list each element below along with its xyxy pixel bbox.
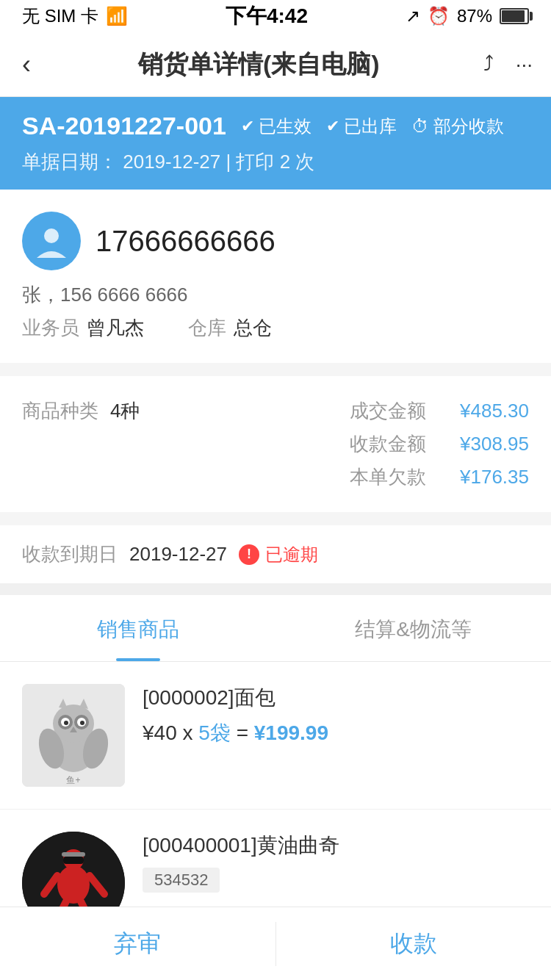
svg-text:鱼+: 鱼+: [66, 775, 80, 785]
overdue-text: 已逾期: [265, 543, 318, 566]
status-time: 下午4:42: [226, 2, 308, 30]
order-date-value: 2019-12-27: [123, 151, 220, 173]
svg-rect-18: [63, 857, 84, 864]
avatar: [22, 212, 81, 270]
more-button[interactable]: ···: [512, 49, 536, 80]
amount-label: 成交金额: [350, 398, 426, 424]
customer-meta: 业务员 曾凡杰 仓库 总仓: [22, 315, 529, 341]
tabs-separator: [0, 583, 551, 595]
customer-name: 张，156 6666 6666: [22, 282, 529, 308]
amount-row: 成交金额 ¥485.30: [350, 398, 529, 424]
received-value: ¥308.95: [441, 433, 529, 455]
due-date-value: 2019-12-27: [129, 543, 227, 566]
print-info: | 打印 2 次: [226, 151, 314, 173]
customer-section: 17666666666 张，156 6666 6666 业务员 曾凡杰 仓库 总…: [0, 190, 551, 363]
back-button[interactable]: ‹: [15, 42, 38, 87]
owing-label: 本单欠款: [350, 464, 426, 490]
battery-label: 87%: [457, 6, 492, 26]
product-total-1: ¥199.99: [254, 721, 328, 744]
product-item: 鱼+ [0000002]面包 ¥40 x 5袋 = ¥199.99: [0, 662, 551, 810]
owing-row: 本单欠款 ¥176.35: [350, 464, 529, 490]
salesperson-label: 业务员: [22, 315, 79, 341]
product-unit-price-1: ¥40: [143, 721, 177, 744]
svg-rect-24: [62, 852, 85, 857]
due-date-label: 收款到期日: [22, 541, 118, 567]
amount-summary: 成交金额 ¥485.30 收款金额 ¥308.95 本单欠款 ¥176.35: [350, 398, 529, 490]
carrier-label: 无 SIM 卡: [22, 4, 98, 28]
warehouse-info: 仓库 总仓: [188, 315, 272, 341]
nav-actions: ⤴ ···: [480, 49, 536, 80]
product-name-1: [0000002]面包: [143, 684, 529, 712]
bottom-bar: 弃审 收款: [0, 907, 551, 980]
type-count: 4种: [110, 398, 140, 424]
product-name-2: [000400001]黄油曲奇: [143, 832, 529, 860]
salesperson-info: 业务员 曾凡杰: [22, 315, 144, 341]
order-date: 单据日期： 2019-12-27 | 打印 2 次: [22, 149, 529, 175]
alarm-icon: ⏰: [428, 6, 450, 26]
status-partial: ⏱ 部分收款: [411, 115, 504, 138]
collect-button[interactable]: 收款: [276, 907, 552, 980]
tab-sales-products-label: 销售商品: [97, 618, 179, 641]
warehouse-name: 总仓: [234, 315, 272, 341]
svg-point-8: [64, 721, 68, 725]
check-icon-shipped: ✔: [326, 117, 339, 136]
customer-phone: 17666666666: [96, 225, 276, 258]
status-right: ↗ ⏰ 87%: [406, 6, 529, 26]
tab-settlement-label: 结算&物流等: [355, 618, 472, 641]
order-header: SA-20191227-001 ✔ 已生效 ✔ 已出库 ⏱ 部分收款 单据日期：…: [0, 97, 551, 190]
svg-point-9: [80, 721, 84, 725]
product-image-1: 鱼+: [22, 684, 125, 787]
status-bar: 无 SIM 卡 📶 下午4:42 ↗ ⏰ 87%: [0, 0, 551, 32]
amount-value: ¥485.30: [441, 400, 529, 422]
owing-value: ¥176.35: [441, 466, 529, 489]
page-title: 销货单详情(来自电脑): [38, 48, 480, 82]
location-icon: ↗: [406, 6, 420, 26]
product-sku-2: 534532: [143, 868, 220, 893]
status-left: 无 SIM 卡 📶: [22, 4, 128, 28]
svg-point-19: [57, 865, 90, 904]
date-label: 单据日期：: [22, 151, 118, 173]
abandon-button[interactable]: 弃审: [0, 907, 276, 980]
product-details-1: [0000002]面包 ¥40 x 5袋 = ¥199.99: [143, 684, 529, 747]
nav-bar: ‹ 销货单详情(来自电脑) ⤴ ···: [0, 32, 551, 97]
product-qty-1: 5袋: [198, 721, 231, 744]
overdue-badge: ! 已逾期: [239, 543, 318, 566]
status-partial-label: 部分收款: [433, 115, 504, 138]
tab-sales-products[interactable]: 销售商品: [0, 595, 276, 661]
received-label: 收款金额: [350, 431, 426, 457]
received-row: 收款金额 ¥308.95: [350, 431, 529, 457]
tabs-bar: 销售商品 结算&物流等: [0, 595, 551, 662]
order-number: SA-20191227-001: [22, 112, 226, 140]
status-shipped: ✔ 已出库: [326, 115, 397, 138]
product-price-1: ¥40 x 5袋 = ¥199.99: [143, 719, 529, 747]
due-date-section: 收款到期日 2019-12-27 ! 已逾期: [0, 525, 551, 583]
status-active-label: 已生效: [259, 115, 311, 138]
salesperson-name: 曾凡杰: [87, 315, 144, 341]
warehouse-label: 仓库: [188, 315, 226, 341]
product-type-summary: 商品种类 4种: [22, 398, 140, 424]
clock-icon: ⏱: [411, 116, 429, 137]
wifi-icon: 📶: [106, 6, 128, 26]
status-shipped-label: 已出库: [344, 115, 397, 138]
summary-section: 商品种类 4种 成交金额 ¥485.30 收款金额 ¥308.95 本单欠款 ¥…: [0, 376, 551, 512]
share-button[interactable]: ⤴: [480, 49, 497, 80]
svg-point-0: [44, 228, 59, 243]
tab-settlement[interactable]: 结算&物流等: [276, 595, 551, 661]
status-active: ✔ 已生效: [241, 115, 311, 138]
type-label: 商品种类: [22, 398, 98, 424]
battery-icon: [500, 8, 529, 24]
check-icon-active: ✔: [241, 117, 254, 136]
overdue-icon: !: [239, 544, 259, 565]
